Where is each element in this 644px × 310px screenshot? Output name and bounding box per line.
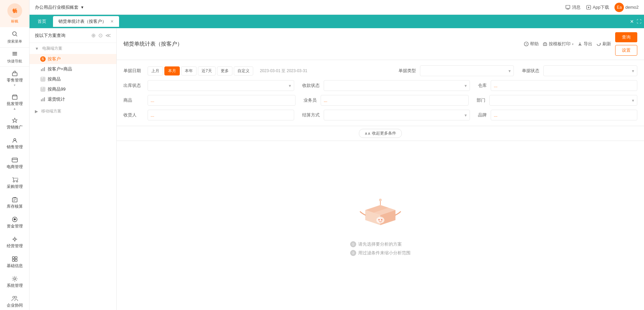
svg-rect-30 — [43, 98, 44, 101]
sidebar-item-basics[interactable]: 基础信息 — [0, 252, 29, 272]
date-btn-custom[interactable]: 自定义 — [234, 66, 253, 75]
sidebar-item-operations[interactable]: 经营管理 — [0, 232, 29, 252]
collapse-label: 收起更多条件 — [372, 131, 396, 136]
sidebar-item-purchase[interactable]: 采购管理 — [0, 173, 29, 193]
sales-label: 销售管理 — [7, 144, 23, 150]
payment-status-arrow: ▾ — [465, 83, 467, 88]
inventory-label: 库存核算 — [7, 204, 23, 209]
tree-label-by-customer: 按客户 — [48, 56, 61, 62]
sidebar-item-ecommerce[interactable]: 电商管理 — [0, 153, 29, 173]
help-action[interactable]: ? 帮助 — [524, 41, 539, 47]
doc-type-select[interactable]: ▾ — [420, 65, 514, 76]
svg-point-8 — [14, 139, 16, 141]
print-action[interactable]: 按模板打印 ▾ — [543, 41, 574, 47]
sidebar-item-wholesale[interactable]: 批发管理 ▲ — [0, 90, 29, 114]
hint-text-1: 请先选择要分析的方案 — [358, 241, 402, 247]
svg-rect-31 — [44, 97, 45, 101]
hint-num-1: ① — [350, 241, 356, 247]
message-item[interactable]: 消息 — [565, 4, 581, 10]
tree-item-product99[interactable]: 按商品99 — [30, 84, 116, 94]
sidebar-item-retail[interactable]: 零售管理 ▾ — [0, 67, 29, 90]
sidebar-item-marketing[interactable]: 营销推广 — [0, 114, 29, 134]
brand-label: 品牌 — [478, 112, 487, 118]
svg-rect-4 — [12, 52, 17, 53]
svg-rect-29 — [41, 99, 42, 101]
empty-hint-1: ① 请先选择要分析的方案 — [350, 241, 411, 247]
sidebar-item-sales[interactable]: 销售管理 — [0, 134, 29, 153]
search-icon — [11, 31, 18, 37]
tree-item-product[interactable]: 按商品 — [30, 74, 116, 84]
svg-rect-26 — [44, 67, 45, 71]
svg-rect-14 — [15, 257, 17, 259]
payment-status-label: 收款状态 — [302, 83, 320, 89]
empty-area: ① 请先选择要分析的方案 ② 用过滤条件来缩小分析范围 — [117, 141, 644, 310]
date-btn-more[interactable]: 更多 — [217, 66, 232, 75]
sidebar-item-inventory[interactable]: 库存核算 — [0, 193, 29, 213]
date-btn-this-month[interactable]: 本月 — [164, 66, 180, 75]
payment-status-select[interactable]: ▾ — [324, 80, 470, 91]
export-action[interactable]: 导出 — [578, 41, 592, 47]
tree-item-return-stats[interactable]: 退货统计 — [30, 94, 116, 104]
salesman-select[interactable]: ... — [321, 95, 469, 106]
collapse-bar: ∧∧ 收起更多条件 — [117, 126, 644, 141]
warehouse-select[interactable]: ... — [491, 80, 637, 91]
product-select[interactable]: ... — [148, 95, 296, 106]
dept-select[interactable]: ▾ — [489, 95, 637, 106]
collapse-button[interactable]: ∧∧ 收起更多条件 — [359, 129, 402, 138]
date-btn-last-month[interactable]: 上月 — [148, 66, 163, 75]
svg-rect-25 — [43, 68, 44, 71]
marketing-icon — [11, 117, 18, 124]
receiver-select[interactable]: ... — [148, 110, 294, 120]
sidebar-item-system[interactable]: 系统管理 — [0, 272, 29, 292]
refresh-action[interactable]: 刷新 — [596, 41, 611, 47]
tree-section-mobile[interactable]: ▶ 移动端方案 — [30, 106, 116, 117]
page-title: 销货单统计表（按客户） — [123, 41, 182, 48]
page-header: 销货单统计表（按客户） ? 帮助 按模板打印 ▾ 导出 — [117, 28, 644, 60]
sidebar-item-finance[interactable]: 资金管理 — [0, 213, 29, 232]
add-scheme-icon[interactable]: ⊕ — [91, 32, 96, 39]
collapse-panel-icon[interactable]: ≪ — [105, 32, 111, 39]
print-dropdown-arrow[interactable]: ▾ — [572, 42, 574, 46]
table-icon-2 — [40, 87, 46, 92]
search-text: 搜索菜单 — [0, 39, 29, 44]
date-btn-this-year[interactable]: 本年 — [181, 66, 197, 75]
sidebar-item-cooperation[interactable]: 企业协同 — [0, 292, 29, 310]
sidebar-logo[interactable]: 畅 标账 — [0, 0, 29, 27]
empty-illustration — [359, 195, 402, 239]
out-status-select[interactable]: ▾ — [148, 80, 294, 91]
topbar-dropdown[interactable]: ▾ — [81, 5, 84, 10]
tree-section-mobile-label: 移动端方案 — [41, 108, 61, 114]
query-button[interactable]: 查询 — [615, 32, 637, 42]
setting-button[interactable]: 设置 — [615, 45, 637, 56]
doc-type-label: 单据类型 — [398, 68, 416, 74]
tab-close-icon[interactable]: ✕ — [110, 19, 114, 24]
app-download-item[interactable]: App下载 — [586, 4, 609, 10]
date-btn-last-7-days[interactable]: 近7天 — [198, 66, 216, 75]
brand-select[interactable]: ... — [491, 110, 637, 120]
message-label: 消息 — [572, 4, 581, 10]
message-icon — [565, 5, 571, 10]
close-window-icon[interactable]: ✕ — [630, 19, 634, 24]
user-item[interactable]: Ea demo2 — [614, 3, 639, 12]
maximize-icon[interactable]: ⛶ — [637, 19, 641, 24]
doc-status-select[interactable]: ▾ — [543, 65, 637, 76]
sidebar-nav-label[interactable]: 快捷导航 — [0, 48, 29, 67]
nav-icon — [11, 50, 18, 57]
settlement-select[interactable]: ▾ — [324, 110, 470, 120]
svg-rect-9 — [12, 158, 17, 162]
tree-section-desktop[interactable]: ▼ 电脑端方案 — [30, 43, 116, 54]
edit-scheme-icon[interactable]: ⊙ — [98, 32, 103, 39]
retail-label: 零售管理 — [7, 78, 23, 83]
tab-active[interactable]: 销货单统计表（按客户） ✕ — [53, 16, 119, 27]
svg-point-44 — [379, 199, 382, 201]
inventory-icon — [11, 196, 18, 203]
tree-item-by-customer[interactable]: 客 按客户 — [30, 54, 116, 64]
tree-item-customer-product[interactable]: 按客户+商品 — [30, 64, 116, 74]
svg-rect-5 — [12, 53, 17, 54]
svg-rect-28 — [41, 87, 45, 91]
sidebar-search-item[interactable]: 办公用品行业模拟账套 搜索菜单 — [0, 27, 29, 48]
tab-home[interactable]: 首页 — [32, 16, 52, 27]
svg-line-3 — [16, 35, 17, 37]
product-placeholder: ... — [151, 98, 154, 103]
print-label: 按模板打印 — [549, 41, 571, 47]
